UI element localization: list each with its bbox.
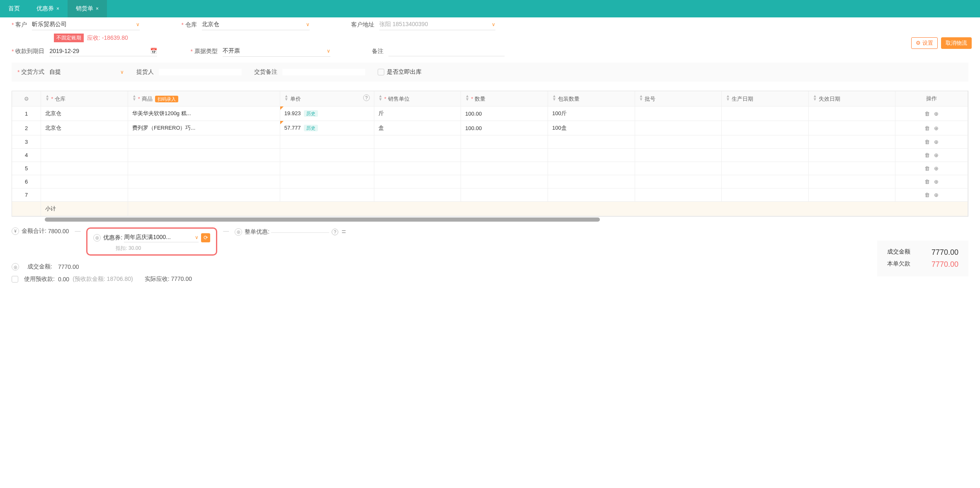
discount-icon: ◎ [235,228,242,236]
add-row-icon[interactable]: ⊕ [934,165,939,172]
coupon-label: 优惠券: [103,234,122,242]
chevron-down-icon: ∨ [492,22,495,27]
paydate-input[interactable]: 2019-12-29📅 [49,46,157,56]
address-label: 客户地址 [351,21,374,29]
tab-home[interactable]: 首页 [0,0,28,17]
delete-row-icon[interactable]: 🗑 [924,152,930,158]
horizontal-scrollbar[interactable] [45,217,600,222]
chevron-down-icon: ∨ [195,234,199,240]
deal-icon: ◎ [12,263,19,271]
add-row-icon[interactable]: ⊕ [934,192,939,198]
items-table: ⚙ *仓库 *商品扫码录入 单价? *销售单位 *数量 包装数量 批号 生产日期… [12,91,968,217]
delivery-method-select[interactable]: 自提∨ [49,67,124,77]
add-row-icon[interactable]: ⊕ [934,111,939,117]
help-icon[interactable]: ? [332,229,338,235]
billtype-select[interactable]: 不开票∨ [223,46,330,57]
remark-label: 备注 [372,48,383,55]
chevron-down-icon: ∨ [136,22,140,27]
equals-icon: = [342,227,346,236]
instant-out-checkbox[interactable] [378,69,384,75]
tab-bar: 首页 优惠券× 销货单× [0,0,980,17]
table-row[interactable]: 3🗑⊕ [12,135,968,149]
help-icon[interactable]: ? [363,94,370,101]
warehouse-label: 仓库 [185,21,197,29]
use-prepay-checkbox[interactable] [12,276,18,283]
coupon-highlight-box: ◎ 优惠券: 周年店庆满1000...∨ ⟳ 抵扣: 30.00 [86,227,217,256]
add-row-icon[interactable]: ⊕ [934,125,939,131]
table-row[interactable]: 2北京仓费列罗（FERRERO）巧...57.777 历史盒100.00100盒… [12,121,968,135]
add-row-icon[interactable]: ⊕ [934,179,939,185]
total-label: 金额合计: [22,227,46,235]
close-icon[interactable]: × [96,6,99,12]
history-badge[interactable]: 历史 [304,110,318,117]
scan-input-badge[interactable]: 扫码录入 [155,96,178,102]
table-row[interactable]: 1北京仓华美华夫软饼1200g 糕...19.923 历史斤100.00100斤… [12,106,968,121]
period-badge: 不固定账期 [54,34,84,42]
tab-coupon[interactable]: 优惠券× [28,0,68,17]
cancel-logistics-button[interactable]: 取消物流 [941,37,972,49]
customer-select[interactable]: 昕乐贸易公司∨ [32,19,140,30]
history-badge[interactable]: 历史 [304,125,318,131]
close-icon[interactable]: × [56,6,59,12]
table-row[interactable]: 7🗑⊕ [12,188,968,202]
delivery-bar: *交货方式 自提∨ 提货人 交货备注 是否立即出库 [12,63,968,82]
delete-row-icon[interactable]: 🗑 [924,111,930,117]
calendar-icon[interactable]: 📅 [150,48,157,54]
tab-sales-order[interactable]: 销货单× [68,0,107,17]
refresh-coupon-button[interactable]: ⟳ [201,233,210,242]
totals-panel: 成交金额7770.00 本单欠款7770.00 [877,241,968,276]
address-select[interactable]: 张阳 18513400390∨ [379,19,495,30]
customer-label: 客户 [15,21,27,29]
delivery-remark-input[interactable] [282,67,365,77]
chevron-down-icon: ∨ [120,69,124,75]
delete-row-icon[interactable]: 🗑 [924,125,930,131]
delivery-remark-label: 交货备注 [254,68,277,76]
order-form: *客户 昕乐贸易公司∨ *仓库 北京仓∨ 客户地址 张阳 18513400390… [0,17,980,85]
settings-button[interactable]: ⚙ 设置 [911,37,938,49]
currency-icon: ¥ [12,227,19,235]
order-discount-label: 整单优惠: [245,228,269,236]
delete-row-icon[interactable]: 🗑 [924,165,930,172]
add-row-icon[interactable]: ⊕ [934,139,939,145]
remark-input[interactable] [388,46,505,56]
delete-row-icon[interactable]: 🗑 [924,179,930,185]
billtype-label: 票据类型 [194,48,218,55]
deal-amount-label: 成交金额: [27,263,52,271]
picker-label: 提货人 [136,68,154,76]
coupon-icon: ◎ [93,234,101,242]
delete-row-icon[interactable]: 🗑 [924,139,930,145]
use-prepay-value: 0.00 [58,276,69,283]
gear-icon[interactable]: ⚙ [24,96,29,102]
picker-input[interactable] [159,67,242,77]
footer-summary: ¥ 金额合计: 7800.00 — ◎ 优惠券: 周年店庆满1000...∨ ⟳… [0,222,980,261]
add-row-icon[interactable]: ⊕ [934,152,939,158]
deal-amount-value: 7770.00 [58,263,79,270]
warehouse-select[interactable]: 北京仓∨ [202,19,310,30]
delivery-method-label: 交货方式 [21,68,44,76]
table-row[interactable]: 6🗑⊕ [12,175,968,188]
table-row[interactable]: 4🗑⊕ [12,149,968,162]
order-discount-input[interactable] [271,231,329,233]
paydate-label: 收款到期日 [15,48,44,55]
chevron-down-icon: ∨ [327,48,330,54]
table-row[interactable]: 5🗑⊕ [12,162,968,175]
receivable-label: 应收: -18639.80 [87,34,128,42]
coupon-select[interactable]: 周年店庆满1000...∨ [124,233,199,242]
deduct-text: 抵扣: 30.00 [116,245,141,252]
chevron-down-icon: ∨ [306,22,310,27]
total-value: 7800.00 [48,228,69,234]
delete-row-icon[interactable]: 🗑 [924,192,930,198]
use-prepay-label: 使用预收款: [24,275,55,283]
instant-out-label: 是否立即出库 [387,68,422,76]
